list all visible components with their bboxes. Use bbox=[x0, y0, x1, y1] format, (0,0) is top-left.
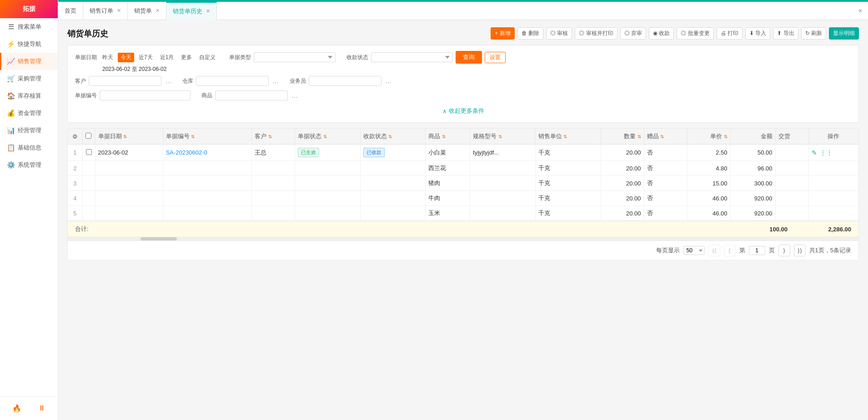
new-button[interactable]: + 新增 bbox=[491, 27, 514, 40]
refresh-button[interactable]: ↻ 刷新 bbox=[801, 27, 826, 40]
sidebar-item-basic-info[interactable]: 📋 基础信息 bbox=[0, 139, 58, 156]
filter-product-picker[interactable]: … bbox=[291, 92, 298, 99]
horizontal-scrollbar[interactable] bbox=[68, 237, 858, 240]
next-page-button[interactable]: ⟩ bbox=[778, 245, 790, 256]
tab-sales-order[interactable]: 销售订单 ✕ bbox=[83, 2, 128, 20]
doc-status-badge: 已生效 bbox=[298, 148, 319, 157]
col-unit-price[interactable]: 单价 ⇅ bbox=[687, 129, 730, 145]
data-table-container: ⚙ 单据日期 ⇅ 单据编号 ⇅ 客户 ⇅ bbox=[67, 128, 859, 260]
filter-salesperson-input[interactable] bbox=[309, 76, 381, 86]
page-size-select[interactable]: 50 100 200 bbox=[683, 246, 705, 255]
filter-date-label: 单据日期 bbox=[75, 54, 97, 61]
col-product[interactable]: 商品 ⇅ bbox=[426, 129, 470, 145]
filter-payment-select[interactable] bbox=[371, 52, 453, 62]
col-payment-status[interactable]: 收款状态 ⇅ bbox=[360, 129, 426, 145]
print-button[interactable]: 🖨 打印 bbox=[717, 27, 743, 40]
tab-sales-delivery-close[interactable]: ✕ bbox=[156, 8, 160, 14]
data-table: ⚙ 单据日期 ⇅ 单据编号 ⇅ 客户 ⇅ bbox=[68, 129, 858, 221]
cell-doc-no[interactable] bbox=[163, 206, 251, 221]
fire-icon[interactable]: 🔥 bbox=[12, 404, 21, 413]
delete-button[interactable]: 🗑 删除 bbox=[517, 27, 543, 40]
filter-customer-picker[interactable]: … bbox=[165, 77, 171, 85]
page-number-input[interactable] bbox=[749, 246, 765, 255]
cell-checkbox[interactable] bbox=[82, 176, 95, 191]
col-doc-no[interactable]: 单据编号 ⇅ bbox=[163, 129, 251, 145]
filter-product-input[interactable] bbox=[215, 90, 288, 100]
doc-no-link[interactable]: SA-20230602-0 bbox=[166, 149, 207, 156]
sidebar-item-search-menu[interactable]: ☰ 搜索菜单 bbox=[0, 18, 58, 35]
cell-transaction bbox=[775, 206, 808, 221]
tab-sales-delivery[interactable]: 销货单 ✕ bbox=[128, 2, 166, 20]
edit-icon[interactable]: ✎ bbox=[812, 149, 817, 156]
filter-salesperson-picker[interactable]: … bbox=[385, 77, 391, 85]
col-amount[interactable]: 金额 bbox=[730, 129, 775, 145]
cell-checkbox[interactable] bbox=[82, 145, 95, 161]
sidebar-item-operations[interactable]: 📊 经营管理 bbox=[0, 122, 58, 139]
batch-change-button[interactable]: ◎ 批量变更 bbox=[677, 27, 713, 40]
tab-sales-history[interactable]: 销货单历史 ✕ bbox=[166, 2, 217, 20]
collect-button[interactable]: ◉ 收款 bbox=[649, 27, 674, 40]
sidebar-item-inventory[interactable]: 🏠 库存核算 bbox=[0, 87, 58, 105]
cell-doc-no[interactable] bbox=[163, 161, 251, 176]
sidebar-item-finance[interactable]: 💰 资金管理 bbox=[0, 105, 58, 122]
col-transaction[interactable]: 交货 bbox=[775, 129, 808, 145]
action-icons: ✎ ⋮⋮ bbox=[812, 149, 856, 156]
col-checkbox[interactable] bbox=[82, 129, 95, 145]
col-unit[interactable]: 销售单位 ⇅ bbox=[535, 129, 601, 145]
tab-sales-history-close[interactable]: ✕ bbox=[206, 8, 210, 14]
pause-icon[interactable]: ⏸ bbox=[38, 404, 45, 413]
col-spec[interactable]: 规格型号 ⇅ bbox=[470, 129, 536, 145]
select-all-checkbox[interactable] bbox=[85, 133, 91, 139]
last-page-button[interactable]: ⟩⟩ bbox=[794, 245, 806, 256]
date-option-1month[interactable]: 近1月 bbox=[157, 53, 177, 62]
abandon-button[interactable]: ◎ 弃审 bbox=[620, 27, 646, 40]
date-option-more[interactable]: 更多 bbox=[178, 53, 195, 62]
date-option-today[interactable]: 今天 bbox=[118, 53, 134, 62]
sidebar-item-purchase-mgmt[interactable]: 🛒 采购管理 bbox=[0, 70, 58, 87]
cell-spec bbox=[470, 176, 536, 191]
cell-doc-no[interactable] bbox=[163, 176, 251, 191]
close-all-tabs-button[interactable]: ✕ bbox=[858, 8, 863, 14]
date-option-7days[interactable]: 近7天 bbox=[136, 53, 156, 62]
sidebar-item-sales-mgmt[interactable]: 📈 销售管理 bbox=[0, 53, 58, 70]
first-page-button[interactable]: ⟨⟨ bbox=[708, 245, 720, 256]
cell-spec: tyjyjtyjdf... bbox=[470, 145, 536, 161]
collapse-filter-button[interactable]: ∧ 收起更多条件 bbox=[75, 105, 851, 117]
date-option-yesterday[interactable]: 昨天 bbox=[100, 53, 116, 62]
import-button[interactable]: ⬇ 导入 bbox=[745, 27, 770, 40]
filter-customer-input[interactable] bbox=[89, 76, 161, 86]
tab-sales-order-close[interactable]: ✕ bbox=[117, 8, 121, 14]
table-row: 4 牛肉 千克 20.00 否 46.00 920.00 bbox=[68, 191, 858, 206]
tab-home[interactable]: 首页 bbox=[58, 2, 83, 20]
cell-doc-no[interactable]: SA-20230602-0 bbox=[163, 145, 251, 161]
filter-docno-input[interactable] bbox=[100, 90, 191, 100]
sidebar-item-system-mgmt[interactable]: ⚙️ 系统管理 bbox=[0, 156, 58, 174]
cell-checkbox[interactable] bbox=[82, 206, 95, 221]
approve-button[interactable]: ◎ 审核 bbox=[546, 27, 572, 40]
col-doc-date[interactable]: 单据日期 ⇅ bbox=[95, 129, 163, 145]
filter-warehouse-picker[interactable]: … bbox=[272, 77, 279, 85]
col-qty[interactable]: 数量 ⇅ bbox=[601, 129, 644, 145]
scroll-thumb bbox=[140, 237, 177, 240]
export-button[interactable]: ⬆ 导出 bbox=[773, 27, 798, 40]
main-area: 首页 销售订单 ✕ 销货单 ✕ 销货单历史 ✕ ✕ 销货单历史 + 新增 🗑 删… bbox=[58, 0, 868, 420]
cell-doc-no[interactable] bbox=[163, 191, 251, 206]
col-settings[interactable]: ⚙ bbox=[68, 129, 82, 145]
col-customer[interactable]: 客户 ⇅ bbox=[251, 129, 295, 145]
query-button[interactable]: 查询 bbox=[456, 51, 482, 64]
col-gift[interactable]: 赠品 ⇅ bbox=[644, 129, 687, 145]
date-option-custom[interactable]: 自定义 bbox=[196, 53, 218, 62]
system-mgmt-icon: ⚙️ bbox=[7, 161, 15, 169]
filter-settings-button[interactable]: 设置 bbox=[485, 52, 506, 63]
filter-doctype-select[interactable] bbox=[254, 52, 336, 62]
approve-print-button[interactable]: ◎ 审核并打印 bbox=[575, 27, 617, 40]
more-icon[interactable]: ⋮⋮ bbox=[820, 149, 833, 156]
show-detail-button[interactable]: 显示明细 bbox=[829, 27, 859, 40]
row-checkbox[interactable] bbox=[86, 149, 92, 155]
sidebar-item-quick-nav[interactable]: ⚡ 快捷导航 bbox=[0, 35, 58, 53]
filter-warehouse-input[interactable] bbox=[196, 76, 269, 86]
cell-checkbox[interactable] bbox=[82, 161, 95, 176]
cell-checkbox[interactable] bbox=[82, 191, 95, 206]
col-doc-status[interactable]: 单据状态 ⇅ bbox=[295, 129, 360, 145]
prev-page-button[interactable]: ⟨ bbox=[724, 245, 736, 256]
